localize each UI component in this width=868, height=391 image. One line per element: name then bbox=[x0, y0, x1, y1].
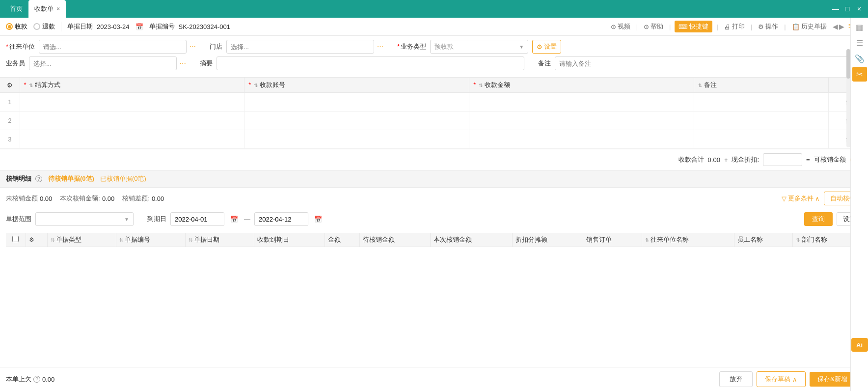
radio-refund[interactable]: 退款 bbox=[33, 22, 55, 31]
staff-more-icon[interactable]: ··· bbox=[180, 59, 186, 68]
store-more-icon[interactable]: ··· bbox=[377, 42, 383, 51]
window-close-btn[interactable]: × bbox=[854, 4, 864, 14]
col-bill-type-sort-icon[interactable]: ⇅ bbox=[51, 237, 54, 243]
row-2-index: 2 bbox=[0, 112, 20, 130]
diff-stats: 核销差额: 0.00 bbox=[122, 194, 164, 203]
date-separator: — bbox=[244, 216, 250, 223]
date-to-input[interactable] bbox=[254, 212, 308, 226]
col-partner-sort-icon[interactable]: ⇅ bbox=[645, 237, 649, 243]
partner-input[interactable] bbox=[39, 40, 187, 54]
row-1-remark[interactable] bbox=[694, 93, 829, 112]
radio-receipt[interactable]: 收款 bbox=[6, 22, 27, 31]
tab-pending[interactable]: 待核销单据(0笔) bbox=[48, 174, 94, 183]
calendar-from-icon[interactable]: 📅 bbox=[230, 216, 238, 223]
tab-done[interactable]: 已核销单据(0笔) bbox=[100, 174, 146, 183]
table-settings-icon[interactable]: ⚙ bbox=[7, 82, 13, 89]
right-sidebar: ▦ ☰ 📎 ✂ Ai bbox=[850, 18, 868, 391]
row-3-account[interactable] bbox=[244, 130, 469, 149]
bottom-table-wrapper: ⚙ ⇅ 单据类型 ⇅ 单据编号 ⇅ 单据日期 bbox=[6, 233, 862, 363]
radio-receipt-dot bbox=[8, 25, 11, 28]
calendar-icon[interactable]: 📅 bbox=[136, 23, 143, 30]
footer-info-icon[interactable]: ? bbox=[33, 376, 40, 383]
history-label: 历史单据 bbox=[801, 22, 827, 31]
tab-close-icon[interactable]: × bbox=[56, 5, 60, 12]
sidebar-icon-4[interactable]: ✂ bbox=[852, 67, 867, 82]
row-2-account[interactable] bbox=[244, 112, 469, 130]
current-order-label: 本单上欠 bbox=[6, 375, 31, 384]
row-2-amount[interactable] bbox=[469, 112, 694, 130]
video-btn[interactable]: ⊙ 视频 bbox=[609, 21, 632, 32]
sidebar-icon-2[interactable]: ☰ bbox=[852, 35, 867, 50]
help-btn[interactable]: ⊙ 帮助 bbox=[642, 21, 665, 32]
window-min-btn[interactable]: — bbox=[831, 4, 841, 14]
row-1-settlement[interactable] bbox=[20, 93, 244, 112]
business-type-select[interactable]: 预收款 ▼ bbox=[430, 40, 528, 54]
col-amount-sort-icon[interactable]: ⇅ bbox=[479, 83, 483, 88]
row-3-settlement[interactable] bbox=[20, 130, 244, 149]
col-settings-header[interactable]: ⚙ bbox=[0, 78, 20, 93]
col-dept-sort-icon[interactable]: ⇅ bbox=[796, 237, 800, 243]
sidebar-icon-1[interactable]: ▦ bbox=[852, 20, 867, 34]
nav-next-icon[interactable]: ▶ bbox=[839, 23, 844, 30]
sidebar-icon-3[interactable]: 📎 bbox=[852, 51, 867, 66]
save-draft-btn[interactable]: 保存草稿 ∧ bbox=[757, 371, 806, 387]
row-3-remark[interactable] bbox=[694, 130, 829, 149]
current-order-value: 0.00 bbox=[42, 376, 54, 383]
scrollbar[interactable] bbox=[846, 49, 850, 147]
more-conditions-label: 更多条件 bbox=[788, 194, 814, 203]
shortcut-btn[interactable]: ⌨ 快捷键 bbox=[675, 21, 712, 32]
print-btn[interactable]: 🖨 打印 bbox=[722, 21, 747, 32]
col-bill-date-sort-icon[interactable]: ⇅ bbox=[189, 237, 192, 243]
writeoff-header: 未核销金额 0.00 本次核销金额: 0.00 核销差额: 0.00 ▽ 更多条… bbox=[6, 192, 862, 205]
ai-button[interactable]: Ai bbox=[851, 338, 868, 352]
query-btn[interactable]: 查询 bbox=[804, 212, 833, 226]
history-btn[interactable]: 📋 历史单据 bbox=[790, 21, 829, 32]
row-2-remark[interactable] bbox=[694, 112, 829, 130]
tab-home[interactable]: 首页 bbox=[4, 0, 28, 18]
row-3-amount[interactable] bbox=[469, 130, 694, 149]
filter-icon: ▽ bbox=[782, 195, 787, 202]
discount-input[interactable] bbox=[763, 153, 802, 166]
main-table-section: ⚙ ⇅ 结算方式 ⇅ 收款账号 ⇅ 收款金额 ⇅ bbox=[0, 78, 868, 149]
bill-no-label: 单据编号 bbox=[149, 22, 175, 31]
table-row: 2 🗑 ⊞ bbox=[0, 112, 868, 130]
col-settlement-sort-icon[interactable]: ⇅ bbox=[29, 83, 33, 88]
staff-input[interactable] bbox=[29, 56, 177, 70]
date-from-input[interactable] bbox=[170, 212, 224, 226]
form-settings-btn[interactable]: ⚙ 设置 bbox=[532, 40, 561, 54]
toolbar-divider-1 bbox=[61, 22, 61, 31]
settings-btn-label: 设置 bbox=[544, 42, 557, 51]
tab-receipt[interactable]: 收款单 × bbox=[28, 0, 66, 18]
nav-prev-icon[interactable]: ◀ bbox=[833, 23, 838, 30]
toolbar-right: ⊙ 视频 | ⊙ 帮助 | ⌨ 快捷键 | 🖨 打印 | ⚙ 操作 bbox=[609, 21, 862, 32]
calendar-to-icon[interactable]: 📅 bbox=[314, 216, 322, 223]
remark-input[interactable] bbox=[555, 56, 863, 70]
col-account-sort-icon[interactable]: ⇅ bbox=[254, 83, 258, 88]
shortcut-label: 快捷键 bbox=[689, 22, 708, 31]
writeoff-info-icon[interactable]: ? bbox=[35, 175, 42, 182]
row-1-amount[interactable] bbox=[469, 93, 694, 112]
col-due-date-header: 收款到期日 bbox=[254, 233, 325, 247]
col-remark-sort-icon[interactable]: ⇅ bbox=[698, 83, 702, 88]
partner-more-icon[interactable]: ··· bbox=[190, 42, 196, 51]
select-all-checkbox[interactable] bbox=[12, 236, 19, 242]
save-draft-arrow-icon: ∧ bbox=[792, 376, 797, 383]
summary-input[interactable] bbox=[217, 56, 524, 70]
operation-btn[interactable]: ⚙ 操作 bbox=[756, 21, 780, 32]
abandon-btn[interactable]: 放弃 bbox=[719, 371, 753, 387]
partner-label: 往来单位 bbox=[6, 42, 35, 51]
row-1-account[interactable] bbox=[244, 93, 469, 112]
col-remark-header: ⇅ 备注 bbox=[694, 78, 829, 93]
col-settings2-header[interactable]: ⚙ bbox=[26, 233, 47, 247]
col-bill-no-sort-icon[interactable]: ⇅ bbox=[119, 237, 123, 243]
range-select[interactable]: ▼ bbox=[35, 212, 134, 226]
radio-receipt-label: 收款 bbox=[15, 22, 27, 31]
summary-label: 摘要 bbox=[200, 59, 213, 68]
row-2-settlement[interactable] bbox=[20, 112, 244, 130]
more-conditions-btn[interactable]: ▽ 更多条件 ∧ bbox=[782, 194, 820, 203]
current-stats: 本次核销金额: 0.00 bbox=[60, 194, 114, 203]
remark-field-group bbox=[555, 56, 863, 70]
scroll-thumb[interactable] bbox=[846, 49, 850, 79]
store-input[interactable] bbox=[226, 40, 374, 54]
window-max-btn[interactable]: □ bbox=[842, 4, 852, 14]
